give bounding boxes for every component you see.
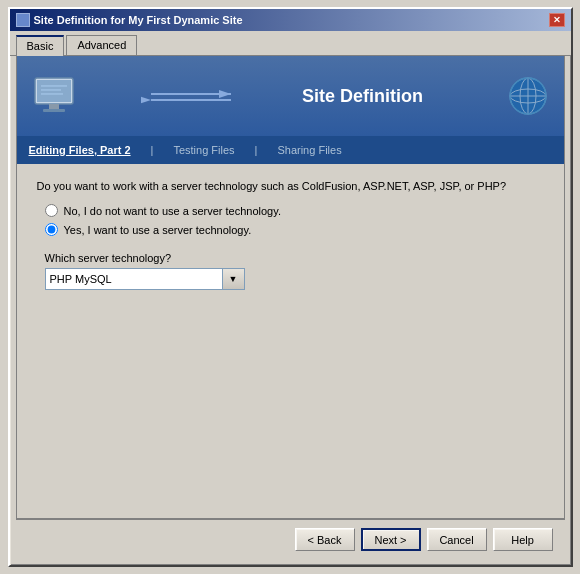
server-technology-select[interactable]: PHP MySQL ColdFusion ASP.NET ASP JavaScr… [45,268,223,290]
dropdown-label: Which server technology? [45,252,544,264]
footer: < Back Next > Cancel Help [16,519,565,559]
site-def-title: Site Definition [302,86,492,107]
radio-yes-label: Yes, I want to use a server technology. [64,224,252,236]
title-bar-left: Site Definition for My First Dynamic Sit… [16,13,243,27]
main-content: Do you want to work with a server techno… [17,164,564,518]
back-button[interactable]: < Back [295,528,355,551]
step-editing-files[interactable]: Editing Files, Part 2 [25,144,135,156]
cancel-button[interactable]: Cancel [427,528,487,551]
separator-2: | [255,144,258,156]
tabs-bar: Basic Advanced [10,31,571,56]
monitor-icon [33,76,81,116]
svg-rect-2 [49,104,59,109]
step-testing-files[interactable]: Testing Files [169,144,238,156]
help-button[interactable]: Help [493,528,553,551]
separator-1: | [151,144,154,156]
window-title: Site Definition for My First Dynamic Sit… [34,14,243,26]
dropdown-arrow-btn[interactable]: ▼ [223,268,245,290]
title-bar: Site Definition for My First Dynamic Sit… [10,9,571,31]
content-area: Site Definition Editing Files, Part 2 | … [16,56,565,519]
dropdown-section: Which server technology? PHP MySQL ColdF… [45,252,544,290]
window-icon [16,13,30,27]
tab-basic[interactable]: Basic [16,35,65,56]
site-def-header: Site Definition [17,56,564,136]
svg-rect-1 [37,80,71,102]
tab-advanced[interactable]: Advanced [66,35,137,55]
radio-yes[interactable]: Yes, I want to use a server technology. [45,223,544,236]
arrows-icon [141,86,241,106]
next-button[interactable]: Next > [361,528,421,551]
step-nav: Editing Files, Part 2 | Testing Files | … [17,136,564,164]
dropdown-wrapper: PHP MySQL ColdFusion ASP.NET ASP JavaScr… [45,268,245,290]
radio-group: No, I do not want to use a server techno… [45,204,544,236]
radio-no-input[interactable] [45,204,58,217]
radio-yes-input[interactable] [45,223,58,236]
radio-no-label: No, I do not want to use a server techno… [64,205,281,217]
svg-rect-3 [43,109,65,112]
radio-no[interactable]: No, I do not want to use a server techno… [45,204,544,217]
question-text: Do you want to work with a server techno… [37,180,544,192]
arrow-area [97,86,287,106]
main-window: Site Definition for My First Dynamic Sit… [8,7,573,567]
globe-icon [508,76,548,116]
header-title-area: Site Definition [302,86,492,107]
step-sharing-files[interactable]: Sharing Files [273,144,345,156]
close-button[interactable]: ✕ [549,13,565,27]
